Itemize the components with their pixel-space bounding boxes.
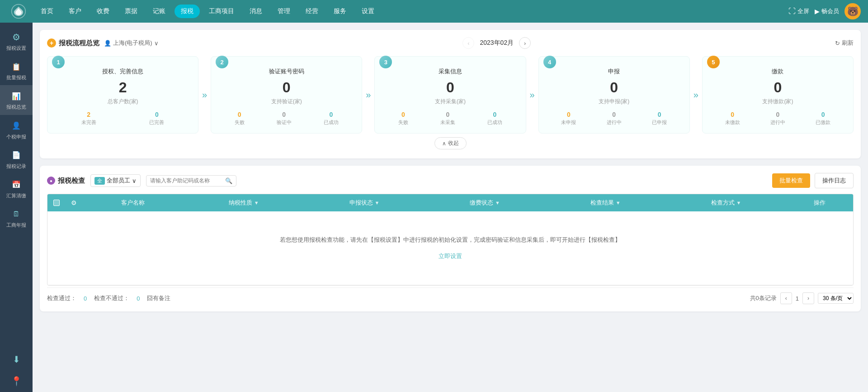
stat-5-0: 0 未缴款 [725, 111, 740, 126]
nav-item-home[interactable]: 首页 [34, 5, 60, 18]
location-tag[interactable]: 👤 上海(电子税局) ∨ [104, 39, 159, 47]
search-icon: 🔍 [225, 177, 232, 184]
stat-4-0: 0 未申报 [561, 111, 576, 126]
nav-item-invoice[interactable]: 票据 [118, 5, 144, 18]
nav-item-operation[interactable]: 经营 [299, 5, 325, 18]
nav-menu: 首页 客户 收费 票据 记账 报税 工商项目 消息 管理 经营 服务 设置 [34, 5, 788, 18]
stat-1-1: 0 已完善 [149, 111, 164, 126]
collapse-btn[interactable]: ∧ 收起 [434, 137, 467, 149]
step-num-5: 5 [707, 56, 720, 68]
operation-log-btn[interactable]: 操作日志 [815, 173, 854, 188]
avatar[interactable]: 🐻 [844, 3, 861, 19]
next-page-btn[interactable]: › [802, 292, 814, 304]
sidebar-item-location[interactable]: 📍 [8, 370, 24, 392]
step-count-5: 0 [710, 79, 846, 96]
fail-label: 检查不通过： [94, 294, 129, 302]
stat-5-2: 0 已缴款 [816, 111, 830, 126]
process-card-4: 4 申报 0 支持申报(家) 0 未申报 0 进行中 [538, 56, 690, 134]
nav-item-settings[interactable]: 设置 [355, 5, 381, 18]
step-num-1: 1 [52, 56, 65, 68]
filter-icon-5[interactable]: ▼ [736, 200, 741, 206]
sidebar-item-annual-report[interactable]: 🗓 工商年报 [0, 203, 33, 233]
first-page-btn[interactable]: ‹ [780, 292, 792, 304]
step-num-4: 4 [543, 56, 556, 68]
stat-4-1: 0 进行中 [607, 111, 622, 126]
filter-chevron-icon: ∨ [132, 177, 137, 184]
header-checkbox[interactable] [53, 200, 60, 206]
member-btn[interactable]: ▶ 畅会员 [815, 7, 839, 15]
setup-link[interactable]: 立即设置 [439, 253, 462, 259]
stat-num-3-0: 0 [401, 111, 405, 118]
stat-label-4-0: 未申报 [561, 119, 576, 126]
arrow-1: » [198, 56, 211, 134]
filter-icon-4[interactable]: ▼ [616, 200, 621, 206]
filter-icon-2[interactable]: ▼ [374, 200, 379, 206]
batch-check-btn[interactable]: 批量检查 [772, 173, 810, 188]
total-records: 共0条记录 [750, 294, 777, 302]
nav-item-message[interactable]: 消息 [243, 5, 269, 18]
refresh-btn[interactable]: ↻ 刷新 [835, 39, 854, 47]
filter-icon-1[interactable]: ▼ [254, 200, 259, 206]
fullscreen-label: 全屏 [797, 7, 809, 15]
sidebar-label-tax-overview: 报税总览 [6, 104, 26, 110]
th-tax-nature: 纳税性质 ▼ [184, 194, 304, 211]
overview-header: + 报税流程总览 👤 上海(电子税局) ∨ ‹ 2023年02月 › ↻ 刷新 [47, 37, 854, 49]
collapse-label: 收起 [448, 139, 459, 147]
th-client-name-text: 客户名称 [121, 199, 145, 206]
fullscreen-btn[interactable]: ⛶ 全屏 [788, 7, 809, 15]
stat-label-3-1: 未采集 [440, 119, 455, 126]
pass-value[interactable]: 0 [84, 295, 87, 302]
prev-month-btn[interactable]: ‹ [462, 37, 474, 49]
stat-5-1: 0 进行中 [770, 111, 785, 126]
stat-label-4-2: 已申报 [652, 119, 667, 126]
sidebar-item-batch-tax[interactable]: 📋 批量报税 [0, 56, 33, 85]
fail-value[interactable]: 0 [137, 295, 140, 302]
filter-icon-3[interactable]: ▼ [495, 200, 500, 206]
nav-item-manage[interactable]: 管理 [271, 5, 297, 18]
step-title-5: 缴款 [710, 67, 846, 76]
nav-item-tax[interactable]: 报税 [175, 5, 200, 18]
nav-item-service[interactable]: 服务 [327, 5, 353, 18]
th-declare-status-text: 申报状态 [349, 199, 373, 206]
per-page-select[interactable]: 30 条/页 [818, 293, 854, 304]
stat-label-4-1: 进行中 [607, 119, 622, 126]
personal-tax-icon: 👤 [10, 120, 23, 132]
th-operation: 操作 [787, 194, 853, 211]
nav-item-bookkeeping[interactable]: 记账 [146, 5, 172, 18]
stat-3-0: 0 失败 [398, 111, 408, 126]
gear-icon[interactable]: ⚙ [71, 199, 77, 206]
sidebar-item-tax-overview[interactable]: 📊 报税总览 [0, 85, 33, 115]
nav-item-client[interactable]: 客户 [62, 5, 88, 18]
stat-num-2-2: 0 [329, 111, 333, 118]
stat-num-5-1: 0 [776, 111, 780, 118]
sidebar-item-tax-record[interactable]: 📄 报税记录 [0, 144, 33, 174]
sidebar-item-download[interactable]: ⬇ [8, 349, 24, 370]
note-label: 囧有备注 [147, 294, 170, 302]
play-icon: ▶ [815, 8, 820, 15]
th-check-method: 检查方式 ▼ [666, 194, 787, 211]
process-card-5: 5 缴款 0 支持缴款(家) 0 未缴款 0 进行中 [702, 56, 854, 134]
sidebar-item-tax-settings[interactable]: ⚙ 报税设置 [0, 26, 33, 56]
stat-1-0: 2 未完善 [81, 111, 96, 126]
step-stats-1: 2 未完善 0 已完善 [55, 111, 191, 126]
stat-label-1-0: 未完善 [81, 119, 96, 126]
th-check-result-text: 检查结果 [590, 199, 614, 206]
step-num-2: 2 [216, 56, 228, 68]
step-title-4: 申报 [546, 67, 682, 76]
next-month-btn[interactable]: › [519, 37, 531, 49]
sidebar-item-settlement[interactable]: 📅 汇算清缴 [0, 174, 33, 203]
location-icon: 📍 [10, 375, 23, 387]
table-footer: 检查通过： 0 检查不通过： 0 囧有备注 共0条记录 ‹ 1 › 30 条/页 [47, 287, 854, 304]
search-input[interactable] [150, 177, 223, 184]
sidebar-item-personal-tax[interactable]: 👤 个税申报 [0, 115, 33, 144]
current-page: 1 [796, 295, 799, 302]
stat-num-3-1: 0 [446, 111, 450, 118]
nav-item-business[interactable]: 工商项目 [203, 5, 241, 18]
settlement-icon: 📅 [10, 178, 23, 191]
nav-item-fee[interactable]: 收费 [90, 5, 116, 18]
process-card-1: 1 授权、完善信息 2 总客户数(家) 2 未完善 0 已完善 [47, 56, 198, 134]
th-client-name: 客户名称 [82, 194, 184, 211]
overview-title-text: 报税流程总览 [59, 39, 99, 48]
table-header-row: ⚙ 客户名称 纳税性质 ▼ 申报状态 ▼ [47, 194, 853, 211]
employee-filter[interactable]: 全 全部员工 ∨ [90, 174, 141, 187]
